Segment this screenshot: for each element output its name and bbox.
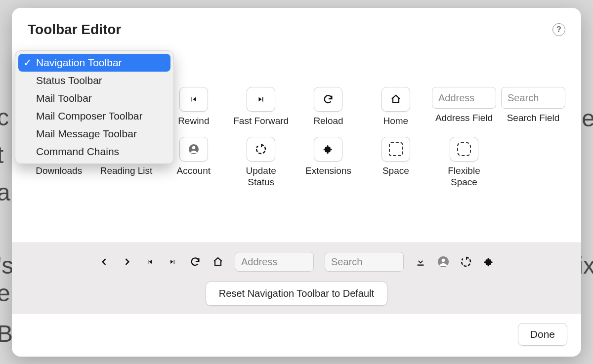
item-label: Space — [382, 165, 409, 177]
account-icon — [188, 143, 200, 155]
dropdown-label: Navigation Toolbar — [36, 57, 122, 69]
toolbar-item-home[interactable]: Home — [365, 87, 427, 127]
toolbar-item-flexible-space[interactable]: Flexible Space — [432, 137, 496, 188]
toolbar-item-space[interactable]: Space — [365, 137, 427, 188]
item-label: Home — [383, 116, 408, 127]
toolbar-item-update-status[interactable]: Update Status — [230, 137, 292, 188]
item-label: Downloads — [36, 165, 82, 177]
toolbar-selector-dropdown[interactable]: ✓ Navigation Toolbar Status Toolbar Mail… — [15, 50, 174, 164]
preview-search-field[interactable]: Search — [325, 252, 404, 272]
rewind-icon — [188, 93, 200, 105]
home-icon[interactable] — [212, 256, 224, 268]
reload-button[interactable] — [314, 87, 342, 112]
item-label: Address Field — [435, 113, 493, 124]
address-placeholder: Address — [241, 256, 277, 268]
fast-forward-button[interactable] — [247, 87, 275, 112]
item-label: Update Status — [239, 165, 283, 188]
dropdown-label: Mail Message Toolbar — [36, 128, 137, 140]
dropdown-item-mail-toolbar[interactable]: Mail Toolbar — [15, 89, 173, 107]
toolbar-item-address-field[interactable]: Address Address Field — [432, 87, 496, 127]
dropdown-label: Command Chains — [36, 146, 119, 158]
background-text: B — [0, 320, 13, 347]
reset-toolbar-button[interactable]: Reset Navigation Toolbar to Default — [206, 282, 387, 306]
address-placeholder: Address — [438, 92, 474, 104]
reload-icon — [322, 93, 334, 105]
background-text: a — [0, 179, 10, 206]
item-label: Fast Forward — [233, 116, 289, 127]
dropdown-label: Mail Composer Toolbar — [36, 110, 143, 122]
download-icon[interactable] — [415, 256, 426, 268]
dropdown-label: Mail Toolbar — [36, 92, 92, 104]
back-icon[interactable] — [98, 256, 110, 268]
space-button[interactable] — [381, 137, 410, 162]
item-label: Reload — [313, 116, 343, 127]
fast-forward-icon — [255, 93, 267, 105]
item-label: Flexible Space — [442, 165, 486, 188]
fast-forward-icon[interactable] — [167, 256, 178, 268]
search-placeholder: Search — [331, 256, 362, 268]
toolbar-item-reload[interactable]: Reload — [297, 87, 359, 127]
toolbar-item-fast-forward[interactable]: Fast Forward — [230, 87, 292, 127]
search-placeholder: Search — [508, 92, 539, 104]
dropdown-label: Status Toolbar — [36, 75, 102, 86]
rewind-button[interactable] — [179, 87, 208, 112]
rewind-icon[interactable] — [144, 256, 156, 268]
account-button[interactable] — [179, 137, 208, 162]
puzzle-icon — [322, 143, 334, 155]
update-status-icon — [255, 143, 267, 155]
puzzle-icon[interactable] — [483, 256, 495, 268]
dropdown-item-status-toolbar[interactable]: Status Toolbar — [15, 72, 173, 89]
item-label: Search Field — [507, 113, 560, 124]
background-text: t — [0, 141, 3, 168]
home-button[interactable] — [381, 87, 410, 112]
dropdown-item-mail-message-toolbar[interactable]: Mail Message Toolbar — [15, 125, 173, 143]
update-status-button[interactable] — [247, 137, 275, 162]
search-field-preview[interactable]: Search — [501, 87, 565, 109]
home-icon — [390, 93, 402, 105]
update-status-icon[interactable] — [460, 256, 472, 268]
forward-icon[interactable] — [121, 256, 133, 268]
dropdown-item-command-chains[interactable]: Command Chains — [15, 143, 173, 161]
reload-icon[interactable] — [189, 256, 201, 268]
toolbar-preview: Address Search Reset Navigation Toolbar … — [12, 243, 581, 314]
svg-point-5 — [442, 259, 445, 262]
svg-point-2 — [192, 146, 196, 149]
flexible-space-icon — [457, 142, 471, 156]
item-label: Extensions — [305, 165, 351, 177]
address-field-preview[interactable]: Address — [432, 87, 496, 109]
done-button[interactable]: Done — [518, 323, 567, 346]
window-title: Toolbar Editor — [28, 22, 121, 38]
account-icon[interactable] — [437, 256, 449, 268]
check-icon: ✓ — [23, 57, 32, 69]
dropdown-item-mail-composer-toolbar[interactable]: Mail Composer Toolbar — [15, 107, 173, 125]
extensions-button[interactable] — [314, 137, 342, 162]
help-icon: ? — [556, 25, 561, 34]
background-text: e — [582, 105, 593, 132]
space-icon — [389, 142, 403, 156]
background-text: c — [0, 104, 9, 131]
item-label: Account — [177, 165, 211, 177]
toolbar-item-extensions[interactable]: Extensions — [297, 137, 359, 188]
flexible-space-button[interactable] — [450, 137, 478, 162]
help-button[interactable]: ? — [552, 23, 565, 36]
background-text: e — [0, 280, 10, 307]
dropdown-item-navigation-toolbar[interactable]: ✓ Navigation Toolbar — [18, 54, 170, 72]
item-label: Rewind — [178, 116, 209, 127]
preview-address-field[interactable]: Address — [235, 252, 314, 272]
item-label: Reading List — [100, 165, 153, 177]
svg-rect-3 — [418, 265, 424, 266]
toolbar-item-search-field[interactable]: Search Search Field — [501, 87, 565, 127]
